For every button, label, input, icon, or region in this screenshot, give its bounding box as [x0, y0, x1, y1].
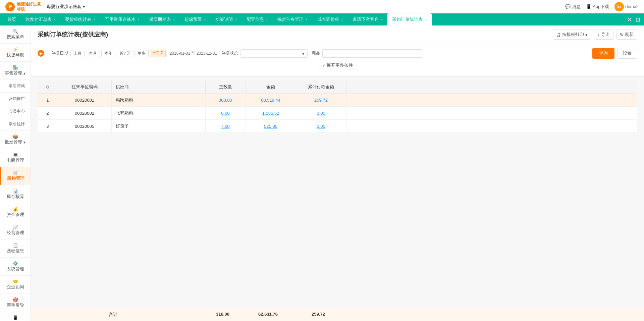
- col-header-settings: ⚙: [38, 81, 58, 94]
- sidebar-item-purchase[interactable]: 🛒 采购管理: [0, 167, 31, 185]
- date-btn-this-month[interactable]: 本月: [86, 50, 100, 57]
- sidebar-item-operations[interactable]: 📈 经营管理: [0, 221, 31, 239]
- sidebar-item-ecommerce[interactable]: 💻 电商管理: [0, 149, 31, 167]
- close-tab-2[interactable]: ×: [138, 17, 140, 21]
- footer-cells: 合计 316.00 62,631.76 259.72: [35, 312, 640, 318]
- export-btn[interactable]: ↓ 导出: [594, 30, 614, 40]
- sidebar: 🔍 搜索菜单 ⚡ 快捷导航 🏪 零售管理 ▲ 零售商城 营销推广 会员中心 零售…: [0, 25, 31, 321]
- tab-2[interactable]: 可用量库存账本 ×: [100, 13, 144, 25]
- goods-more-icon: ···: [416, 51, 420, 56]
- workspace-selector[interactable]: 母婴行业演示账套 ▾: [44, 2, 88, 11]
- cell-code-3: 00020005: [58, 120, 111, 133]
- sidebar-item-retail[interactable]: 🏪 零售管理 ▲: [0, 62, 31, 80]
- basics-icon: 📋: [1, 243, 29, 248]
- sidebar-item-wholesale[interactable]: 📦 批发管理 ▼: [0, 131, 31, 149]
- cell-supplier-1: 惠氏奶粉: [111, 94, 205, 107]
- expand-more-btn[interactable]: ⊻ 展开更多条件: [318, 61, 357, 70]
- tab-6[interactable]: 配置信息 ×: [242, 13, 273, 25]
- tab-10-active[interactable]: 采购订单统计表 ×: [387, 13, 431, 25]
- date-btn-7-days[interactable]: 近7天: [117, 50, 133, 57]
- close-tab-8[interactable]: ×: [341, 17, 343, 21]
- table-row[interactable]: 2 00020002 飞鹤奶粉 6.00 1,586.52 0.00: [38, 107, 637, 120]
- logo-text: 畅捷通好生意 标版: [17, 2, 41, 11]
- date-btn-last-month[interactable]: 上月: [70, 50, 85, 57]
- sidebar-item-inventory[interactable]: 📊 库存核算: [0, 185, 31, 203]
- main-layout: 🔍 搜索菜单 ⚡ 快捷导航 🏪 零售管理 ▲ 零售商城 营销推广 会员中心 零售…: [0, 25, 644, 321]
- tab-8[interactable]: 成本调整单 ×: [313, 13, 348, 25]
- print-icon: 🖨: [556, 32, 561, 37]
- sidebar-item-finance[interactable]: 💰 资金管理: [0, 203, 31, 221]
- footer-cell-empty: [35, 312, 55, 318]
- date-btn-this-year[interactable]: 本年: [101, 50, 115, 57]
- sidebar-item-guide[interactable]: 🎯 新手引导: [0, 294, 31, 312]
- close-tab-10[interactable]: ×: [425, 17, 427, 21]
- close-tab-5[interactable]: ×: [235, 17, 237, 21]
- cell-amount-1: 60,519.44: [246, 94, 296, 107]
- sidebar-item-retail-mall[interactable]: 零售商城: [0, 80, 31, 93]
- tab-1[interactable]: 要货单统计表 ×: [60, 13, 100, 25]
- status-select[interactable]: ▾: [240, 49, 308, 58]
- tab-0[interactable]: 收发存汇总表 ×: [21, 13, 60, 25]
- guide-icon: 🎯: [1, 297, 29, 302]
- status-label: 单据状态: [221, 50, 238, 56]
- tab-home[interactable]: 首页: [3, 16, 21, 22]
- sidebar-item-collab[interactable]: 🤝 企业协同: [0, 276, 31, 294]
- avatar: Ea: [614, 2, 624, 11]
- app-download-btn[interactable]: 📱 App下载: [586, 4, 609, 10]
- sidebar-item-members[interactable]: 会员中心: [0, 105, 31, 118]
- top-bar-right: 💬 消息 📱 App下载 Ea demo2: [565, 2, 639, 11]
- close-window-btn[interactable]: ✕: [626, 15, 633, 24]
- table-row[interactable]: 3 00020005 好孩子 7.00 525.80 0.00: [38, 120, 637, 133]
- message-icon: 💬: [565, 4, 571, 9]
- sidebar-item-appstore[interactable]: 📱 应用中心: [0, 312, 31, 321]
- date-filter-item: 单据日期 上月 本月 本年 近7天 更多 自定义: [51, 50, 166, 57]
- tab-9[interactable]: 邀请下游客户 ×: [348, 13, 387, 25]
- template-print-btn[interactable]: 🖨 按模板打印 ▾: [553, 30, 591, 40]
- close-tab-7[interactable]: ×: [306, 17, 308, 21]
- filter-expand-row: ⊻ 展开更多条件: [38, 59, 637, 72]
- col-header-supplier: 供应商: [111, 81, 205, 94]
- close-tab-3[interactable]: ×: [173, 17, 175, 21]
- data-table: ⚙ 往来单位编码 供应商 主数量 金额 累计付款金额 1 00020001: [38, 81, 637, 133]
- table-container: ⚙ 往来单位编码 供应商 主数量 金额 累计付款金额 1 00020001: [31, 76, 644, 308]
- tab-3[interactable]: 保质期查询 ×: [144, 13, 179, 25]
- close-tab-4[interactable]: ×: [204, 17, 206, 21]
- date-btn-more[interactable]: 更多: [135, 50, 149, 57]
- sidebar-item-basics[interactable]: 📋 基础信息: [0, 239, 31, 258]
- sidebar-item-search[interactable]: 🔍 搜索菜单: [0, 25, 31, 44]
- gear-icon[interactable]: ⚙: [46, 85, 50, 90]
- search-menu-icon: 🔍: [1, 29, 29, 34]
- sidebar-item-marketing[interactable]: 营销推广: [0, 93, 31, 105]
- nav-tabs: 首页 收发存汇总表 × 要货单统计表 × 可用量库存账本 × 保质期查询 × 超…: [0, 13, 644, 25]
- inventory-icon: 📊: [1, 189, 29, 194]
- user-menu[interactable]: Ea demo2: [614, 2, 639, 11]
- close-tab-0[interactable]: ×: [54, 17, 56, 21]
- cell-paid-3: 0.00: [296, 120, 346, 133]
- sidebar-item-shortcuts[interactable]: ⚡ 快捷导航: [0, 44, 31, 62]
- wholesale-icon: 📦: [1, 134, 29, 139]
- cell-amount-3: 525.80: [246, 120, 296, 133]
- tab-5[interactable]: 功能说明 ×: [211, 13, 241, 25]
- cell-seq-2: 2: [38, 107, 58, 120]
- message-btn[interactable]: 💬 消息: [565, 4, 581, 10]
- tab-4[interactable]: 超储预警 ×: [180, 13, 211, 25]
- maximize-window-btn[interactable]: ⊡: [634, 15, 641, 24]
- footer-summary-label: 合计: [109, 312, 203, 318]
- footer-label: [55, 312, 109, 318]
- close-tab-9[interactable]: ×: [381, 17, 383, 21]
- sidebar-item-retail-stats[interactable]: 零售统计: [0, 118, 31, 131]
- goods-input[interactable]: ···: [322, 49, 423, 58]
- close-tab-6[interactable]: ×: [266, 17, 268, 21]
- table-row[interactable]: 1 00020001 惠氏奶粉 303.00 60,519.44 259.72: [38, 94, 637, 107]
- close-tab-1[interactable]: ×: [93, 17, 95, 21]
- refresh-btn[interactable]: ↻ 刷新: [616, 30, 637, 40]
- col-header-paid: 累计付款金额: [296, 81, 346, 94]
- tab-7[interactable]: 拣货任务管理 ×: [273, 13, 312, 25]
- cell-supplier-3: 好孩子: [111, 120, 205, 133]
- cell-code-1: 00020001: [58, 94, 111, 107]
- sidebar-item-system[interactable]: ⚙️ 系统管理: [0, 258, 31, 276]
- date-shortcuts: 上月 本月 本年 近7天 更多 自定义: [70, 50, 166, 57]
- filter-toggle-btn[interactable]: ▶: [38, 50, 44, 57]
- query-btn[interactable]: 查询: [592, 48, 614, 59]
- settings-btn[interactable]: 设置: [617, 48, 637, 59]
